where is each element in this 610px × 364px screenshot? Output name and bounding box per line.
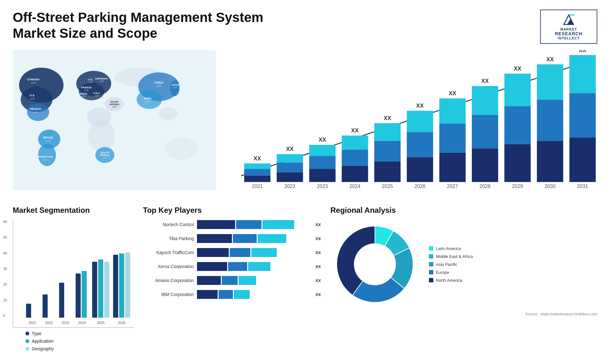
svg-text:2023: 2023 — [317, 184, 328, 189]
legend-dot — [25, 347, 29, 351]
svg-text:xx%: xx% — [99, 80, 104, 82]
svg-rect-91 — [472, 115, 498, 148]
svg-text:2031: 2031 — [577, 184, 588, 189]
seg-bar — [119, 253, 124, 318]
donut-legend-color — [429, 270, 433, 274]
donut-legend-item: Europe — [429, 270, 473, 275]
donut-legend-color — [429, 254, 433, 259]
svg-rect-80 — [407, 157, 433, 182]
seg-bar-group: 2021 — [26, 304, 39, 318]
svg-text:U.K.: U.K. — [88, 78, 93, 81]
player-bar-segment — [197, 220, 235, 229]
donut-legend-color — [429, 262, 433, 266]
seg-legend: TypeApplicationGeography — [13, 331, 133, 351]
svg-text:CANADA: CANADA — [27, 78, 40, 81]
player-name: Amano Corporation — [143, 278, 194, 283]
player-value: XX — [315, 236, 321, 241]
seg-bar-group: 2024 — [76, 271, 88, 318]
svg-text:XX: XX — [351, 127, 359, 134]
seg-bar-group: 2022 — [43, 294, 55, 318]
player-bar-segment — [262, 220, 294, 229]
svg-text:2027: 2027 — [447, 184, 458, 189]
seg-bar — [59, 283, 64, 318]
donut-legend-label: North America — [436, 278, 462, 283]
svg-text:ARABIA: ARABIA — [109, 103, 119, 106]
player-value: XX — [315, 222, 321, 227]
svg-text:xx%: xx% — [31, 81, 36, 84]
player-bar-segment — [236, 220, 261, 229]
legend-dot — [25, 339, 29, 343]
seg-bar — [26, 304, 31, 318]
svg-rect-56 — [244, 169, 271, 175]
seg-x-label: 2022 — [43, 321, 55, 325]
svg-text:ARGENTINA: ARGENTINA — [37, 155, 53, 158]
donut-legend-label: Middle East & Africa — [436, 254, 473, 259]
donut-legend-label: Latin America — [436, 246, 461, 251]
player-bar-segment — [197, 248, 229, 257]
legend-dot — [25, 332, 29, 335]
svg-rect-65 — [309, 169, 336, 182]
seg-bar-group: 2025 — [92, 260, 109, 318]
player-row: Amano CorporationXX — [143, 276, 321, 285]
player-name: IBM Corporation — [143, 292, 194, 297]
donut-container: Latin AmericaMiddle East & AfricaAsia Pa… — [330, 220, 597, 309]
svg-rect-67 — [309, 145, 336, 156]
svg-text:XX: XX — [286, 146, 294, 152]
svg-point-10 — [79, 83, 104, 100]
map-section: CANADA xx% U.S. xx% MEXICO xx% BRAZIL xx… — [13, 50, 216, 196]
svg-text:XX: XX — [384, 115, 391, 121]
legend-label: Type — [32, 331, 41, 336]
player-value: XX — [315, 264, 321, 269]
legend-item: Application — [25, 339, 133, 344]
growth-chart-svg: XX2021XX2022XX2023XX2024XX2025XX2026XX20… — [226, 50, 597, 190]
player-bar-segment — [230, 248, 250, 257]
svg-text:2030: 2030 — [545, 184, 556, 189]
svg-text:XX: XX — [416, 103, 424, 109]
seg-bar — [82, 271, 87, 318]
seg-x-label: 2024 — [76, 321, 88, 325]
svg-rect-66 — [309, 156, 336, 169]
donut-legend-label: Europe — [436, 270, 449, 275]
svg-rect-87 — [439, 98, 466, 124]
svg-text:CHINA: CHINA — [154, 81, 164, 84]
svg-point-20 — [165, 138, 197, 160]
svg-rect-101 — [537, 100, 563, 141]
seg-bar-group: 2023 — [59, 283, 72, 318]
player-bars — [197, 248, 310, 257]
legend-label: Application — [32, 339, 54, 344]
seg-y-labels: 60 50 40 30 20 10 0 — [3, 220, 7, 318]
svg-text:xx%: xx% — [88, 81, 92, 83]
player-row: Xerox CorporationXX — [143, 262, 321, 271]
seg-bar — [125, 253, 130, 318]
svg-rect-77 — [374, 123, 401, 141]
svg-text:FRANCE: FRANCE — [81, 86, 92, 89]
svg-text:SPAIN: SPAIN — [79, 92, 87, 95]
svg-rect-81 — [407, 132, 433, 157]
svg-text:XX: XX — [546, 56, 554, 63]
svg-rect-60 — [277, 172, 303, 182]
player-name: Tiba Parking — [143, 236, 194, 241]
svg-text:XX: XX — [514, 65, 521, 72]
svg-text:xx%: xx% — [81, 95, 85, 98]
svg-text:2029: 2029 — [512, 184, 523, 189]
player-name: Xerox Corporation — [143, 264, 194, 269]
svg-text:XX: XX — [579, 50, 586, 53]
donut-legend-item: Middle East & Africa — [429, 254, 473, 259]
seg-chart-inner: 60 50 40 30 20 10 0 20212022202320242025… — [13, 220, 133, 328]
player-value: XX — [315, 250, 321, 255]
svg-rect-72 — [342, 136, 368, 150]
svg-text:XX: XX — [254, 155, 261, 162]
svg-rect-107 — [569, 55, 596, 93]
logo: MARKET RESEARCH INTELLECT — [540, 10, 597, 44]
svg-rect-76 — [374, 141, 401, 161]
seg-bar — [113, 255, 118, 318]
svg-rect-95 — [505, 144, 531, 182]
players-container: Nortech ControlXXTiba ParkingXXKapsch Tr… — [143, 220, 321, 299]
seg-bar — [104, 262, 109, 318]
bottom-section: Market Segmentation 60 50 40 30 20 10 0 … — [13, 206, 597, 364]
svg-text:xx%: xx% — [112, 106, 116, 108]
svg-rect-96 — [505, 106, 531, 144]
svg-rect-55 — [244, 176, 271, 182]
player-row: Tiba ParkingXX — [143, 234, 321, 243]
svg-rect-71 — [342, 150, 368, 166]
